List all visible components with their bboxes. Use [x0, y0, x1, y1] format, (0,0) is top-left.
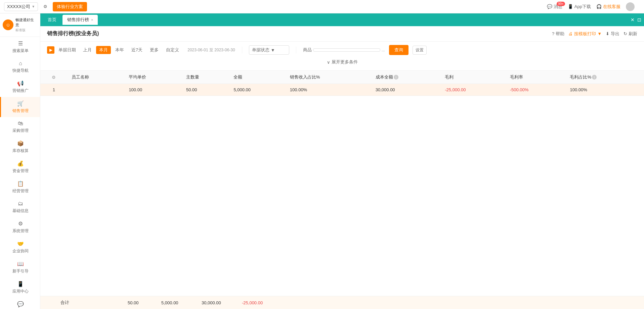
date-btn-7days[interactable]: 近7天 — [128, 46, 145, 54]
tab-sales-rank[interactable]: 销售排行榜 × — [62, 15, 98, 25]
sidebar-item-quick-nav[interactable]: ⌂ 快捷导航 — [0, 57, 40, 77]
weixin-icon: 💬 — [17, 301, 24, 307]
cell-rank: 1 — [40, 84, 68, 96]
tab-bar-right: ✕ ⊡ — [631, 17, 641, 22]
settings-link[interactable]: 设置 — [413, 46, 427, 55]
sidebar-item-marketing[interactable]: 📢 营销推广 — [0, 77, 40, 97]
cell-sales-ratio: 100.00% — [286, 84, 372, 96]
purchase-icon: 🛍 — [18, 120, 23, 126]
sidebar: ☺ 畅捷通好生意 标准版 ☰ 搜索菜单 ⌂ 快捷导航 📢 营销推广 🛒 销售管理… — [0, 13, 40, 309]
date-btn-prev-month[interactable]: 上月 — [80, 46, 95, 54]
date-btn-this-year[interactable]: 本年 — [112, 46, 127, 54]
cell-name — [68, 84, 125, 96]
trial-btn[interactable]: 体验行业方案 — [53, 2, 87, 11]
gross-ratio-header: 毛利占比% i — [570, 74, 597, 80]
expand-more-btn[interactable]: ∨ 展开更多条件 — [325, 57, 360, 67]
refresh-btn[interactable]: ↻ 刷新 — [624, 31, 637, 37]
expand-icon: ∨ — [327, 60, 330, 65]
system-icon: ⚙ — [18, 220, 23, 227]
tab-expand-icon[interactable]: ⊡ — [637, 17, 641, 22]
status-select[interactable]: 单据状态 ▼ — [249, 45, 289, 55]
tab-home[interactable]: 首页 — [43, 15, 61, 25]
table-header: ⚙ 员工名称 平均单价 主数量 全额 销售收入占比% 成本全额 i — [40, 71, 644, 84]
marketing-icon: 📢 — [17, 80, 24, 87]
expand-label: 展开更多条件 — [332, 59, 358, 65]
logo-sub: 标准版 — [15, 28, 37, 33]
help-label: 帮助 — [556, 31, 564, 37]
sidebar-item-guide[interactable]: 📖 新手引导 — [0, 257, 40, 277]
sidebar-label-system: 系统管理 — [12, 228, 29, 234]
th-gross: 毛利 — [441, 71, 506, 84]
sidebar-item-weixin[interactable]: 💬 企业微信 — [0, 298, 40, 309]
sidebar-label-funds: 资金管理 — [12, 168, 29, 174]
app-center-icon: 📱 — [17, 281, 24, 287]
goods-input[interactable] — [313, 48, 380, 52]
filter-toggle-btn[interactable]: ▶ — [47, 46, 54, 54]
sidebar-label-search: 搜索菜单 — [12, 48, 29, 54]
company-selector[interactable]: XXXXX公司 ▼ — [4, 2, 38, 11]
th-sales-ratio: 销售收入占比% — [286, 71, 372, 84]
th-cost: 成本全额 i — [372, 71, 441, 84]
footer-total-label: 合计 — [60, 300, 128, 306]
export-btn[interactable]: ⬇ 导出 — [606, 31, 619, 37]
header-actions: ? 帮助 🖨 按模板打印 ▼ ⬇ 导出 ↻ 刷新 — [552, 31, 637, 37]
footer-gross: -25,000.00 — [242, 300, 282, 305]
logo-area: ☺ 畅捷通好生意 标准版 — [0, 13, 40, 37]
export-icon: ⬇ — [606, 31, 609, 36]
tab-bar: 首页 销售排行榜 × ✕ ⊡ — [40, 13, 644, 26]
settings-icon[interactable]: ⚙ — [41, 2, 50, 11]
table-footer: 合计 50.00 5,000.00 30,000.00 -25,000.00 — [40, 296, 644, 309]
company-name: XXXXX公司 — [7, 4, 30, 10]
guide-icon: 📖 — [17, 261, 24, 267]
chevron-down-icon: ▼ — [32, 5, 35, 8]
sidebar-item-enterprise[interactable]: 🤝 企业协同 — [0, 237, 40, 257]
page-content: 销售排行榜(按业务员) ? 帮助 🖨 按模板打印 ▼ ⬇ 导出 — [40, 26, 644, 309]
inventory-icon: 📦 — [17, 140, 24, 147]
export-label: 导出 — [611, 31, 619, 37]
message-btn[interactable]: 💬 消息 99+ — [547, 4, 562, 10]
gross-ratio-info-icon[interactable]: i — [592, 75, 597, 80]
page-title: 销售排行榜(按业务员) — [47, 30, 99, 37]
cost-info-icon[interactable]: i — [394, 75, 398, 80]
sidebar-item-purchase[interactable]: 🛍 采购管理 — [0, 117, 40, 137]
help-icon: ? — [552, 31, 554, 36]
sales-icon: 🛒 — [17, 100, 24, 107]
app-icon: 📱 — [568, 4, 573, 9]
sidebar-item-funds[interactable]: 💰 资金管理 — [0, 157, 40, 177]
sidebar-label-quick: 快捷导航 — [12, 68, 29, 73]
print-btn[interactable]: 🖨 按模板打印 ▼ — [568, 31, 602, 37]
message-icon: 💬 — [547, 4, 552, 9]
app-download-btn[interactable]: 📱 App下载 — [568, 4, 591, 10]
cell-avg-price: 100.00 — [125, 84, 182, 96]
th-name: 员工名称 — [68, 71, 125, 84]
print-icon: 🖨 — [568, 31, 573, 36]
tab-close-icon[interactable]: × — [91, 18, 93, 22]
th-settings[interactable]: ⚙ — [40, 71, 68, 84]
sidebar-item-basic-info[interactable]: 🗂 基础信息 — [0, 197, 40, 217]
page-header: 销售排行榜(按业务员) ? 帮助 🖨 按模板打印 ▼ ⬇ 导出 — [40, 26, 644, 42]
avatar[interactable] — [626, 2, 635, 11]
table-body: 1 100.00 50.00 5,000.00 100.00% 30,000.0… — [40, 84, 644, 96]
tab-close-all-icon[interactable]: ✕ — [631, 17, 635, 22]
status-chevron-icon: ▼ — [271, 48, 275, 53]
more-btn[interactable]: ... — [382, 48, 385, 52]
app-download-label: App下载 — [574, 4, 591, 10]
cell-gross-ratio: 100.00% — [566, 84, 644, 96]
sidebar-item-app-center[interactable]: 📱 应用中心 — [0, 277, 40, 298]
online-service-btn[interactable]: 🎧 在线客服 — [596, 4, 620, 10]
date-btn-custom[interactable]: 自定义 — [163, 46, 182, 54]
date-btn-this-month[interactable]: 本月 — [96, 46, 111, 54]
sidebar-item-system[interactable]: ⚙ 系统管理 — [0, 217, 40, 237]
sidebar-item-inventory[interactable]: 📦 库存核算 — [0, 137, 40, 157]
sidebar-item-operations[interactable]: 📋 经营管理 — [0, 177, 40, 197]
help-btn[interactable]: ? 帮助 — [552, 31, 564, 37]
logo-icon: ☺ — [3, 19, 13, 30]
content-area: 首页 销售排行榜 × ✕ ⊡ 销售排行榜(按业务员) ? 帮助 — [40, 13, 644, 309]
query-btn[interactable]: 查询 — [389, 45, 409, 55]
sidebar-item-sales[interactable]: 🛒 销售管理 — [0, 97, 40, 117]
column-settings-icon[interactable]: ⚙ — [52, 75, 56, 80]
sidebar-item-search-order[interactable]: ☰ 搜索菜单 — [0, 37, 40, 57]
date-btn-more[interactable]: 更多 — [147, 46, 162, 54]
refresh-label: 刷新 — [629, 31, 637, 37]
filter-row: ▶ 单据日期 上月 本月 本年 近7天 更多 自定义 2023-06-01 至 … — [47, 45, 637, 55]
